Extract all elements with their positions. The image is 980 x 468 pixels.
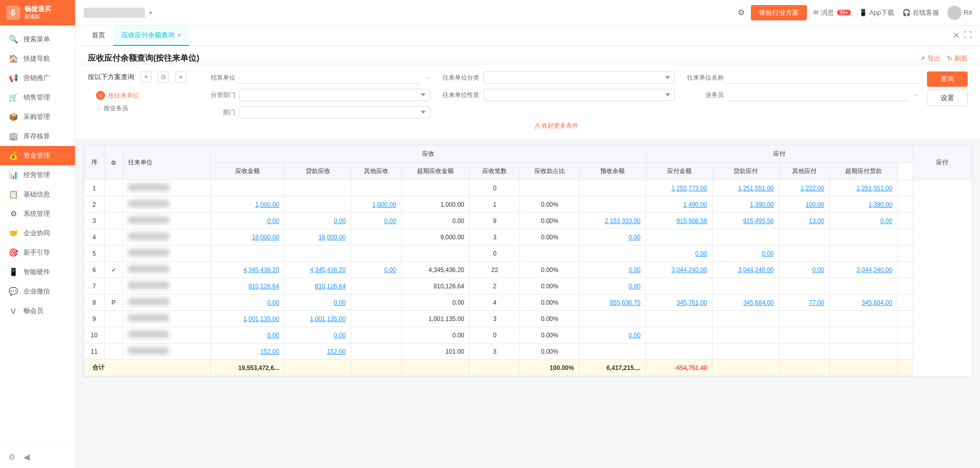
cell-ap-overdue[interactable]	[829, 229, 897, 245]
cell-ar-other[interactable]	[351, 327, 402, 343]
cell-ap-other[interactable]	[779, 245, 829, 262]
cell-ar-other[interactable]	[351, 245, 402, 262]
cell-ar-amount[interactable]: 0.00	[210, 294, 284, 311]
cell-ap-amount[interactable]	[646, 327, 713, 343]
cell-ar-amount[interactable]: 1,000.00	[210, 196, 284, 213]
cell-ar-other[interactable]: 0.00	[351, 262, 402, 278]
cell-ap-other[interactable]	[779, 278, 829, 294]
sidebar-item-system[interactable]: ⚙系统管理	[0, 204, 75, 224]
unit-name-input[interactable]	[728, 72, 919, 84]
sidebar-item-base-info[interactable]: 📋基础信息	[0, 185, 75, 204]
cell-ar-prepay[interactable]: 0.00	[579, 262, 646, 278]
sidebar-item-search[interactable]: 🔍搜索菜单	[0, 30, 75, 49]
cell-ar-prepay[interactable]	[579, 343, 646, 360]
cell-ar-loan[interactable]	[284, 196, 351, 213]
cell-ar-other[interactable]	[351, 278, 402, 294]
cell-ar-amount[interactable]: 1,001,135.00	[210, 311, 284, 327]
cell-ar-prepay[interactable]	[579, 180, 646, 196]
cell-ap-overdue[interactable]: 1,390.00	[829, 196, 897, 213]
cell-ar-loan[interactable]: 152.00	[284, 343, 351, 360]
cell-ar-prepay[interactable]: 0.00	[579, 229, 646, 245]
cell-ar-loan[interactable]: 4,345,436.20	[284, 262, 351, 278]
cell-ar-other[interactable]: 1,000.00	[351, 196, 402, 213]
query-button[interactable]: 查询	[927, 71, 968, 87]
cell-ar-amount[interactable]: 0.00	[210, 213, 284, 229]
user-menu[interactable]: Rit	[947, 6, 972, 20]
cell-ap-loan[interactable]	[713, 327, 779, 343]
cell-ap-amount[interactable]	[646, 278, 713, 294]
division-dept-select[interactable]	[239, 89, 430, 101]
tab-maximize-icon[interactable]: ⛶	[964, 31, 972, 40]
cell-ap-amount[interactable]: 1,490.00	[646, 196, 713, 213]
cell-ar-amount[interactable]: 810,126.64	[210, 278, 284, 294]
sidebar-item-marketing[interactable]: 📢营销推广	[0, 68, 75, 88]
cell-ar-amount[interactable]: 152.00	[210, 343, 284, 360]
sidebar-collapse-icon[interactable]: ◀	[23, 452, 30, 462]
cell-ap-amount[interactable]	[646, 343, 713, 360]
cell-ap-loan[interactable]: 1,251,551.00	[713, 180, 779, 196]
cell-ar-amount[interactable]	[210, 245, 284, 262]
sidebar-item-quick-nav[interactable]: 🏠快捷导航	[0, 49, 75, 68]
cell-ap-amount[interactable]: 1,252,773.00	[646, 180, 713, 196]
filter-add-button[interactable]: +	[140, 71, 152, 83]
filter-collapse-button[interactable]: «	[175, 71, 186, 83]
cell-ap-overdue[interactable]	[829, 245, 897, 262]
cell-ar-loan[interactable]	[284, 180, 351, 196]
cell-ap-loan[interactable]: 0.00	[713, 245, 779, 262]
sidebar-item-vip[interactable]: V畅会员	[0, 301, 75, 321]
sidebar-item-operation[interactable]: 📊经营管理	[0, 165, 75, 185]
cell-ap-other[interactable]: 100.00	[779, 196, 829, 213]
cell-ap-loan[interactable]: 915,495.56	[713, 213, 779, 229]
cell-ap-other[interactable]	[779, 229, 829, 245]
cell-ap-other[interactable]	[779, 327, 829, 343]
cell-ar-prepay[interactable]: 655,636.75	[579, 294, 646, 311]
sidebar-item-inventory[interactable]: 🏢库存核算	[0, 127, 75, 146]
department-select[interactable]	[239, 106, 430, 118]
cell-ap-overdue[interactable]	[829, 343, 897, 360]
cell-ar-amount[interactable]: 4,345,436.20	[210, 262, 284, 278]
solution-button[interactable]: 体验行业方案	[751, 5, 807, 20]
cell-ar-loan[interactable]: 0.00	[284, 213, 351, 229]
cell-ap-amount[interactable]: 915,508.56	[646, 213, 713, 229]
cell-ap-overdue[interactable]: 0.00	[829, 213, 897, 229]
cell-ap-overdue[interactable]: 1,251,551.00	[829, 180, 897, 196]
cell-ap-loan[interactable]: 345,684.00	[713, 294, 779, 311]
cell-ap-other[interactable]: 1,222.00	[779, 180, 829, 196]
sidebar-item-smart-hw[interactable]: 📱智能硬件	[0, 262, 75, 282]
sidebar-item-wechat[interactable]: 💬企业微信	[0, 282, 75, 301]
sidebar-item-finance[interactable]: 💰资金管理	[0, 146, 75, 165]
cell-ap-loan[interactable]	[713, 311, 779, 327]
sidebar-item-guide[interactable]: 🎯新手引导	[0, 243, 75, 262]
tab-close-window-icon[interactable]: ✕	[953, 31, 960, 40]
cell-ar-amount[interactable]: 0.00	[210, 327, 284, 343]
cell-ap-overdue[interactable]: 345,684.00	[829, 294, 897, 311]
salesperson-dots[interactable]: ···	[914, 91, 919, 98]
cell-ap-loan[interactable]	[713, 343, 779, 360]
settlement-unit-input[interactable]	[239, 72, 419, 84]
cell-ar-loan[interactable]: 18,000.00	[284, 229, 351, 245]
header-gear-icon[interactable]: ⚙	[738, 8, 745, 17]
cell-ar-prepay[interactable]: 2,153,333.00	[579, 213, 646, 229]
filter-config-button[interactable]: ⊙	[158, 71, 169, 83]
cell-ap-amount[interactable]: 3,044,240.00	[646, 262, 713, 278]
cell-ap-overdue[interactable]	[829, 278, 897, 294]
th-settings[interactable]: ⚙	[105, 145, 123, 180]
cell-ar-amount[interactable]: 18,000.00	[210, 229, 284, 245]
cell-ar-other[interactable]	[351, 311, 402, 327]
cell-ap-loan[interactable]	[713, 229, 779, 245]
cell-ar-prepay[interactable]	[579, 311, 646, 327]
tab-ar-query[interactable]: 应收应付余额查询 ×	[113, 26, 189, 46]
cell-ap-other[interactable]: 77.00	[779, 294, 829, 311]
settlement-unit-dots[interactable]: ···	[425, 74, 430, 81]
cell-ar-loan[interactable]: 810,126.64	[284, 278, 351, 294]
cell-ar-other[interactable]	[351, 294, 402, 311]
online-service-button[interactable]: 🎧 在线客服	[902, 8, 939, 17]
cell-ar-loan[interactable]: 0.00	[284, 327, 351, 343]
cell-ap-loan[interactable]: 3,044,240.00	[713, 262, 779, 278]
filter-more-btn[interactable]: ⋀ 收起更多条件	[194, 118, 919, 131]
unit-nature-select[interactable]	[483, 89, 674, 101]
cell-ar-other[interactable]	[351, 229, 402, 245]
app-download-button[interactable]: 📱 App下载	[859, 8, 894, 17]
unit-category-select[interactable]	[483, 71, 674, 84]
cell-ar-other[interactable]	[351, 180, 402, 196]
